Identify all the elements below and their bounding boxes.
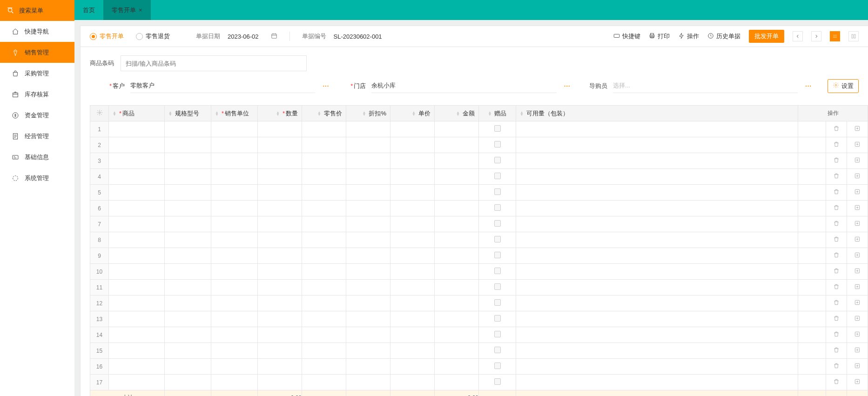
- checkbox-icon[interactable]: [494, 362, 501, 369]
- cell-unit[interactable]: [211, 311, 258, 327]
- prev-page-button[interactable]: [793, 31, 803, 41]
- cell-price[interactable]: [390, 359, 435, 375]
- row-add-button[interactable]: [847, 264, 868, 280]
- table-row[interactable]: 17: [90, 375, 868, 390]
- cell-product[interactable]: [109, 280, 165, 295]
- cell-gift[interactable]: [479, 280, 516, 295]
- cell-price[interactable]: [390, 295, 435, 311]
- row-add-button[interactable]: [847, 248, 868, 264]
- cell-retail[interactable]: [302, 359, 346, 375]
- cell-retail[interactable]: [302, 295, 346, 311]
- row-add-button[interactable]: [847, 121, 868, 137]
- cell-unit[interactable]: [211, 359, 258, 375]
- cell-qty[interactable]: [258, 153, 302, 169]
- cell-product[interactable]: [109, 264, 165, 280]
- calendar-icon[interactable]: [271, 33, 277, 40]
- cell-unit[interactable]: [211, 327, 258, 343]
- cell-product[interactable]: [109, 121, 165, 137]
- row-add-button[interactable]: [847, 343, 868, 359]
- cell-amount[interactable]: [435, 264, 479, 280]
- row-delete-button[interactable]: [826, 295, 847, 311]
- cell-spec[interactable]: [165, 264, 211, 280]
- col-amount[interactable]: ▲▼金额: [435, 106, 479, 121]
- cell-spec[interactable]: [165, 121, 211, 137]
- customer-value[interactable]: 零散客户: [130, 79, 315, 93]
- row-add-button[interactable]: [847, 295, 868, 311]
- table-row[interactable]: 2: [90, 137, 868, 153]
- cell-gift[interactable]: [479, 327, 516, 343]
- cell-product[interactable]: [109, 295, 165, 311]
- cell-retail[interactable]: [302, 121, 346, 137]
- settings-button[interactable]: 设置: [828, 79, 859, 93]
- cell-spec[interactable]: [165, 327, 211, 343]
- cell-discount[interactable]: [346, 121, 390, 137]
- cell-qty[interactable]: [258, 327, 302, 343]
- col-qty[interactable]: ▲▼*数量: [258, 106, 302, 121]
- cell-gift[interactable]: [479, 359, 516, 375]
- cell-product[interactable]: [109, 153, 165, 169]
- cell-qty[interactable]: [258, 137, 302, 153]
- cell-amount[interactable]: [435, 311, 479, 327]
- row-delete-button[interactable]: [826, 311, 847, 327]
- cell-unit[interactable]: [211, 232, 258, 248]
- cell-unit[interactable]: [211, 264, 258, 280]
- list-view-button[interactable]: [830, 31, 840, 41]
- cell-spec[interactable]: [165, 343, 211, 359]
- checkbox-icon[interactable]: [494, 268, 501, 274]
- sidebar-item-nav-quick[interactable]: 快捷导航: [0, 21, 74, 42]
- cell-price[interactable]: [390, 264, 435, 280]
- checkbox-icon[interactable]: [494, 331, 501, 337]
- table-row[interactable]: 8: [90, 232, 868, 248]
- cell-amount[interactable]: [435, 153, 479, 169]
- cell-unit[interactable]: [211, 280, 258, 295]
- cell-discount[interactable]: [346, 201, 390, 216]
- checkbox-icon[interactable]: [494, 204, 501, 211]
- checkbox-icon[interactable]: [494, 299, 501, 306]
- cell-product[interactable]: [109, 216, 165, 232]
- cell-gift[interactable]: [479, 375, 516, 390]
- row-delete-button[interactable]: [826, 248, 847, 264]
- print-button[interactable]: 打印: [649, 32, 670, 40]
- action-button[interactable]: 操作: [678, 32, 699, 40]
- row-delete-button[interactable]: [826, 327, 847, 343]
- checkbox-icon[interactable]: [494, 283, 501, 290]
- row-delete-button[interactable]: [826, 185, 847, 201]
- customer-more-icon[interactable]: ···: [321, 82, 331, 89]
- cell-product[interactable]: [109, 137, 165, 153]
- row-add-button[interactable]: [847, 327, 868, 343]
- cell-price[interactable]: [390, 153, 435, 169]
- cell-qty[interactable]: [258, 264, 302, 280]
- layout-button[interactable]: [848, 31, 859, 41]
- table-row[interactable]: 7: [90, 216, 868, 232]
- cell-avail[interactable]: [516, 375, 798, 390]
- guide-more-icon[interactable]: ···: [803, 82, 814, 89]
- tab-tab-home[interactable]: 首页: [74, 0, 103, 20]
- cell-product[interactable]: [109, 359, 165, 375]
- cell-unit[interactable]: [211, 153, 258, 169]
- cell-discount[interactable]: [346, 311, 390, 327]
- checkbox-icon[interactable]: [494, 378, 501, 385]
- cell-qty[interactable]: [258, 216, 302, 232]
- radio-retail-order[interactable]: 零售开单: [90, 32, 124, 40]
- cell-unit[interactable]: [211, 169, 258, 185]
- table-row[interactable]: 10: [90, 264, 868, 280]
- row-delete-button[interactable]: [826, 280, 847, 295]
- cell-amount[interactable]: [435, 121, 479, 137]
- cell-spec[interactable]: [165, 375, 211, 390]
- cell-gift[interactable]: [479, 137, 516, 153]
- cell-spec[interactable]: [165, 216, 211, 232]
- sidebar-item-nav-sys[interactable]: 系统管理: [0, 168, 74, 188]
- cell-product[interactable]: [109, 232, 165, 248]
- cell-discount[interactable]: [346, 327, 390, 343]
- cell-amount[interactable]: [435, 185, 479, 201]
- cell-price[interactable]: [390, 201, 435, 216]
- cell-price[interactable]: [390, 185, 435, 201]
- row-delete-button[interactable]: [826, 137, 847, 153]
- cell-amount[interactable]: [435, 201, 479, 216]
- cell-price[interactable]: [390, 311, 435, 327]
- shortcut-button[interactable]: 快捷键: [613, 32, 640, 40]
- col-gift[interactable]: ▲▼赠品: [479, 106, 516, 121]
- cell-price[interactable]: [390, 232, 435, 248]
- table-row[interactable]: 3: [90, 153, 868, 169]
- cell-qty[interactable]: [258, 248, 302, 264]
